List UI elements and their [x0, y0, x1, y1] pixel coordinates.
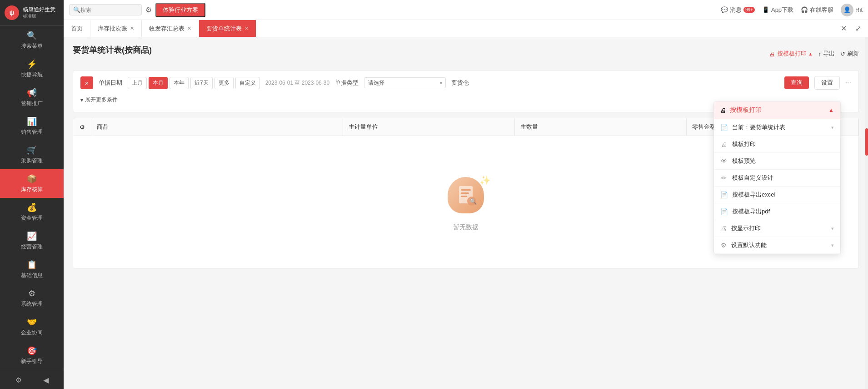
- purchase-icon: 🛒: [27, 145, 37, 155]
- svg-text:🔍: 🔍: [469, 197, 477, 205]
- scroll-track: [865, 37, 868, 389]
- tab-receipt-summary-label: 收发存汇总表: [149, 25, 185, 33]
- display-print-icon: 🖨: [720, 225, 727, 232]
- sidebar-item-operations[interactable]: 📈 经营管理: [0, 227, 64, 255]
- tab-home[interactable]: 首页: [64, 20, 90, 37]
- sidebar-item-label: 企业协同: [21, 329, 43, 337]
- svg-rect-1: [461, 189, 471, 191]
- dropdown-close-icon[interactable]: ▲: [828, 107, 834, 113]
- type-filter-label: 单据类型: [335, 79, 359, 87]
- export-button[interactable]: ↑ 导出: [818, 50, 835, 58]
- tab-order-stats[interactable]: 要货单统计表 ✕: [199, 20, 256, 37]
- tab-expand-window[interactable]: ⤢: [852, 22, 864, 35]
- scroll-thumb[interactable]: [865, 128, 868, 156]
- sidebar-item-finance[interactable]: 💰 资金管理: [0, 198, 64, 227]
- sidebar-item-label: 资金管理: [21, 214, 43, 222]
- dropdown-display-print[interactable]: 🖨 按显示打印 ▾: [714, 220, 840, 237]
- svg-rect-3: [461, 196, 467, 197]
- display-print-label: 按显示打印: [731, 224, 761, 232]
- page-title: 要货单统计表(按商品): [73, 45, 152, 56]
- search-input[interactable]: [80, 7, 135, 13]
- sidebar-settings-button[interactable]: ⚙: [15, 376, 22, 384]
- th-unit: 主计量单位: [343, 118, 515, 136]
- sidebar-item-search-menu[interactable]: 🔍 搜索菜单: [0, 26, 64, 55]
- online-service-label: 在线客服: [810, 6, 833, 14]
- template-print-label: 模板打印: [732, 140, 756, 148]
- dropdown-template-print[interactable]: 🖨 模板打印: [714, 136, 840, 153]
- type-select-wrap: 请选择: [364, 77, 446, 88]
- service-icon: 🎧: [801, 6, 808, 13]
- refresh-button[interactable]: ↺ 刷新: [840, 50, 859, 58]
- tab-inventory-batch-close[interactable]: ✕: [130, 25, 134, 31]
- refresh-label: 刷新: [847, 50, 859, 58]
- sidebar-item-label: 经营管理: [21, 243, 43, 251]
- finance-icon: 💰: [27, 202, 37, 212]
- date-last-7-days[interactable]: 近7天: [190, 77, 213, 89]
- sidebar-item-quick-nav[interactable]: ⚡ 快捷导航: [0, 55, 64, 83]
- sidebar-item-inventory[interactable]: 📦 库存核算: [0, 169, 64, 198]
- type-select[interactable]: 请选择: [364, 77, 446, 88]
- toggle-icon: »: [85, 79, 89, 86]
- system-icon: ⚙: [28, 288, 35, 298]
- dropdown-export-pdf[interactable]: 📄 按模板导出pdf: [714, 203, 840, 220]
- date-current-month[interactable]: 本月: [149, 77, 168, 89]
- topbar: 🔍 ⚙ 体验行业方案 💬 消息 99+ 📱 App下载 🎧 在线客服 👤 Rit: [64, 0, 868, 20]
- dropdown-print-icon: 🖨: [720, 107, 726, 114]
- th-goods: 商品: [91, 118, 343, 136]
- message-icon: 💬: [721, 6, 728, 13]
- print-icon: 🖨: [769, 51, 775, 57]
- sidebar-collapse-button[interactable]: ◀: [43, 376, 49, 384]
- sidebar-item-system[interactable]: ⚙ 系统管理: [0, 284, 64, 313]
- marketing-icon: 📢: [27, 88, 37, 98]
- current-template-sub: 当前：要货单统计表 ▾: [732, 123, 834, 131]
- date-custom[interactable]: 自定义: [235, 77, 260, 89]
- tab-close-window[interactable]: ✕: [837, 22, 850, 35]
- message-button[interactable]: 💬 消息 99+: [721, 6, 755, 14]
- tab-receipt-summary[interactable]: 收发存汇总表 ✕: [142, 20, 199, 37]
- sidebar-item-purchase[interactable]: 🛒 采购管理: [0, 141, 64, 169]
- trial-button[interactable]: 体验行业方案: [155, 3, 205, 17]
- template-design-icon: ✏: [720, 174, 728, 182]
- message-badge: 99+: [743, 7, 755, 13]
- sidebar-item-newbie[interactable]: 🎯 新手引导: [0, 341, 64, 370]
- current-template-label: 当前：要货单统计表: [732, 123, 785, 131]
- export-pdf-label: 按模板导出pdf: [732, 207, 770, 216]
- export-pdf-icon: 📄: [720, 208, 728, 215]
- date-options: 上月 本月 本年 近7天 更多 自定义: [128, 77, 260, 89]
- dropdown-template-preview[interactable]: 👁 模板预览: [714, 153, 840, 170]
- more-options-button[interactable]: ···: [845, 79, 851, 87]
- user-avatar[interactable]: 👤 Rit: [841, 4, 863, 16]
- tab-inventory-batch[interactable]: 库存批次账 ✕: [90, 20, 142, 37]
- filter-toggle-button[interactable]: »: [80, 76, 93, 89]
- print-template-button[interactable]: 🖨 按模板打印 ▲: [769, 50, 813, 58]
- goods-filter-label: 要货仓: [451, 79, 469, 87]
- export-icon: ↑: [818, 51, 822, 57]
- tab-inventory-batch-label: 库存批次账: [98, 25, 127, 33]
- search-menu-icon: 🔍: [27, 30, 37, 40]
- dropdown-export-excel[interactable]: 📄 按模板导出excel: [714, 187, 840, 203]
- display-print-sub: 按显示打印 ▾: [731, 224, 834, 232]
- setting-button[interactable]: 设置: [814, 76, 840, 90]
- query-button[interactable]: 查询: [784, 76, 809, 89]
- date-current-year[interactable]: 本年: [170, 77, 189, 89]
- date-more[interactable]: 更多: [215, 77, 234, 89]
- sidebar-item-sales[interactable]: 📊 销售管理: [0, 112, 64, 141]
- search-icon: 🔍: [73, 6, 80, 13]
- dropdown-template-design[interactable]: ✏ 模板自定义设计: [714, 170, 840, 187]
- dropdown-set-default[interactable]: ⚙ 设置默认功能 ▾: [714, 237, 840, 254]
- th-settings[interactable]: ⚙: [73, 119, 91, 135]
- topbar-gear-icon[interactable]: ⚙: [145, 5, 152, 14]
- sidebar-item-cooperation[interactable]: 🤝 企业协同: [0, 313, 64, 341]
- app-download-button[interactable]: 📱 App下载: [762, 6, 793, 14]
- inventory-icon: 📦: [27, 174, 37, 184]
- sidebar-item-marketing[interactable]: 📢 营销推广: [0, 83, 64, 112]
- sidebar-item-basics[interactable]: 📋 基础信息: [0, 255, 64, 284]
- tab-receipt-summary-close[interactable]: ✕: [187, 25, 191, 31]
- sidebar-item-label: 系统管理: [21, 300, 43, 308]
- sidebar-item-label: 搜索菜单: [21, 42, 43, 50]
- date-prev-month[interactable]: 上月: [128, 77, 147, 89]
- tab-order-stats-close[interactable]: ✕: [244, 25, 249, 31]
- dropdown-current-template[interactable]: 📄 当前：要货单统计表 ▾: [714, 119, 840, 136]
- expand-label: 展开更多条件: [85, 96, 118, 104]
- online-service-button[interactable]: 🎧 在线客服: [801, 6, 833, 14]
